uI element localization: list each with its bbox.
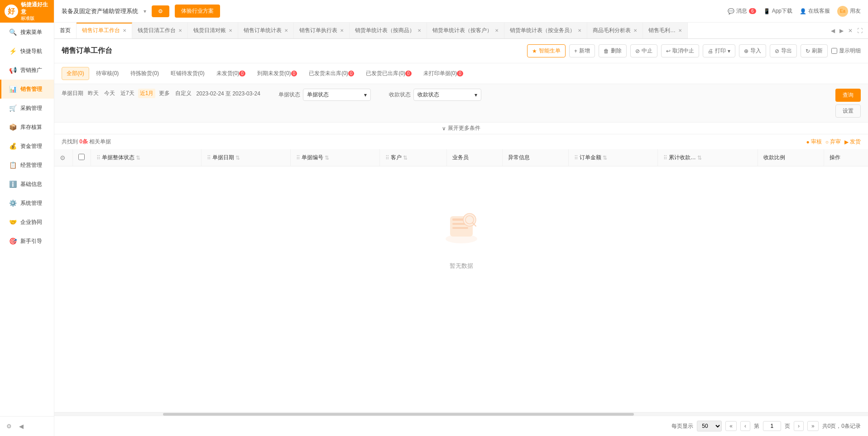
tab-close-all-btn[interactable]: ✕	[846, 26, 854, 36]
page-first-btn[interactable]: «	[725, 421, 737, 431]
sidebar-item-采购管理[interactable]: 🛒采购管理	[0, 99, 54, 118]
tab-maximize-btn[interactable]: ⛶	[855, 26, 864, 36]
tab-close-icon[interactable]: ✕	[495, 28, 499, 33]
sidebar-item-企业协同[interactable]: 🤝企业协同	[0, 213, 54, 232]
tab-scroll-right-btn[interactable]: ▶	[838, 26, 845, 36]
tab-1[interactable]: 销售订单工作台✕	[77, 23, 132, 39]
date-option-自定义[interactable]: 自定义	[173, 89, 193, 98]
show-detail-label[interactable]: 显示明细	[831, 47, 861, 55]
tab-0[interactable]: 首页	[54, 23, 77, 39]
sidebar-item-新手引导[interactable]: 🎯新手引导	[0, 232, 54, 251]
subtab-0[interactable]: 全部(0)	[62, 67, 89, 80]
per-page-select[interactable]: 50 100 200	[697, 421, 722, 431]
select-all-checkbox[interactable]	[78, 154, 85, 160]
tab-close-icon[interactable]: ✕	[417, 28, 421, 33]
revoke-action-btn[interactable]: ○ 弃审	[825, 138, 841, 146]
sidebar-item-快捷导航[interactable]: ⚡快捷导航	[0, 42, 54, 61]
tab-4[interactable]: 销售订单统计表✕	[238, 23, 294, 39]
tab-7[interactable]: 销货单统计表（按客户）✕	[427, 23, 504, 39]
subtab-3[interactable]: 旺铺待发货(0)	[166, 67, 210, 80]
sidebar-item-库存核算[interactable]: 📦库存核算	[0, 118, 54, 137]
filter-set-btn[interactable]: 设置	[835, 104, 861, 118]
tab-close-icon[interactable]: ✕	[340, 28, 344, 33]
scrollbar-thumb[interactable]	[163, 413, 634, 416]
sort-status[interactable]: ⠿ 单据整体状态 ⇅	[96, 154, 196, 161]
sort-amount[interactable]: ⠿ 订单金额 ⇅	[574, 154, 652, 161]
subtab-4[interactable]: 未发货(0)0	[211, 67, 250, 80]
tab-scroll-left-btn[interactable]: ◀	[829, 26, 837, 36]
solution-btn[interactable]: 体验行业方案	[175, 5, 220, 18]
subtab-7[interactable]: 已发货已出库(0)0	[361, 67, 416, 80]
sidebar-item-基础信息[interactable]: ℹ️基础信息	[0, 175, 54, 194]
date-option-近7天[interactable]: 近7天	[119, 89, 136, 98]
delete-btn[interactable]: 🗑 删除	[599, 44, 627, 57]
user-menu-btn[interactable]: Ea 用友	[837, 6, 861, 17]
sort-cumulative[interactable]: ⠿ 累计收款… ⇅	[663, 154, 752, 161]
sort-number-icon: ⇅	[325, 155, 329, 161]
tab-6[interactable]: 销货单统计表（按商品）✕	[350, 23, 427, 39]
sort-customer[interactable]: ⠿ 客户 ⇅	[385, 154, 441, 161]
subtab-8[interactable]: 未打印单据(0)0	[418, 67, 468, 80]
tab-5[interactable]: 销售订单执行表✕	[294, 23, 350, 39]
payment-select[interactable]: 收款状态 ▾	[413, 89, 481, 101]
table-action-btns: ● 审核 ○ 弃审 ▶ 发货	[806, 138, 861, 146]
refresh-btn[interactable]: ↻ 刷新	[801, 44, 828, 57]
ship-action-btn[interactable]: ▶ 发货	[844, 138, 861, 146]
tab-close-icon[interactable]: ✕	[578, 28, 581, 33]
sidebar-item-label: 营销推广	[20, 66, 42, 74]
subtab-2[interactable]: 待拣验货(0)	[125, 67, 164, 80]
tab-close-icon[interactable]: ✕	[229, 28, 232, 33]
column-settings-icon[interactable]: ⚙	[60, 154, 66, 161]
tab-close-icon[interactable]: ✕	[678, 28, 682, 33]
show-detail-checkbox[interactable]	[831, 48, 837, 54]
subtab-5[interactable]: 到期未发货(0)0	[252, 67, 302, 80]
export-btn[interactable]: ⊘ 导出	[770, 44, 797, 57]
horizontal-scrollbar[interactable]	[54, 412, 868, 416]
subtab-alert-badge: 0	[239, 71, 245, 76]
print-btn[interactable]: 🖨 打印 ▾	[703, 44, 735, 57]
sidebar-item-搜索菜单[interactable]: 🔍搜索菜单	[0, 23, 54, 42]
sidebar-item-资金管理[interactable]: 💰资金管理	[0, 137, 54, 156]
settings-bottom-btn[interactable]: ⚙	[5, 421, 14, 431]
query-btn[interactable]: 查询	[835, 89, 861, 102]
expand-filter-btn[interactable]: ∨ 展开更多条件	[442, 124, 480, 132]
collapse-btn[interactable]: ◀	[17, 421, 25, 431]
subtab-1[interactable]: 待审核(0)	[91, 67, 124, 80]
page-next-btn[interactable]: ›	[794, 421, 804, 431]
sidebar-item-系统管理[interactable]: ⚙️系统管理	[0, 194, 54, 213]
tab-close-icon[interactable]: ✕	[123, 28, 126, 33]
sidebar-item-营销推广[interactable]: 📢营销推广	[0, 61, 54, 80]
page-prev-btn[interactable]: ‹	[740, 421, 750, 431]
stop-btn[interactable]: ⊘ 中止	[630, 44, 657, 57]
message-btn[interactable]: 💬 消息 6	[728, 7, 756, 15]
tab-close-icon[interactable]: ✕	[284, 28, 288, 33]
sort-number[interactable]: ⠿ 单据编号 ⇅	[296, 154, 374, 161]
tab-3[interactable]: 钱货日清对账✕	[188, 23, 238, 39]
add-btn[interactable]: + 新增	[569, 44, 595, 57]
status-select[interactable]: 单据状态 ▾	[303, 89, 371, 101]
import-btn[interactable]: ⊕ 导入	[739, 44, 766, 57]
date-option-近1月[interactable]: 近1月	[138, 89, 156, 98]
app-download-btn[interactable]: 📱 App下载	[763, 7, 792, 15]
sort-date[interactable]: ⠿ 单据日期 ⇅	[207, 154, 285, 161]
tab-close-icon[interactable]: ✕	[178, 28, 182, 33]
smart-generate-btn[interactable]: ★ 智能生单	[527, 44, 566, 57]
online-service-btn[interactable]: 👤 在线客服	[800, 7, 830, 15]
tab-close-icon[interactable]: ✕	[633, 28, 637, 33]
audit-action-btn[interactable]: ● 审核	[806, 138, 822, 146]
tab-2[interactable]: 钱货日清工作台✕	[132, 23, 188, 39]
tab-8[interactable]: 销货单统计表（按业务员）✕	[504, 23, 587, 39]
cancel-stop-btn[interactable]: ↩ 取消中止	[661, 44, 699, 57]
settings-btn[interactable]: ⚙	[152, 5, 169, 17]
page-input[interactable]	[763, 421, 781, 431]
date-option-更多[interactable]: 更多	[157, 89, 172, 98]
tab-10[interactable]: 销售毛利…✕	[643, 23, 688, 39]
page-last-btn[interactable]: »	[807, 421, 819, 431]
sidebar-item-经营管理[interactable]: 📋经营管理	[0, 156, 54, 175]
subtab-6[interactable]: 已发货未出库(0)0	[304, 67, 359, 80]
tab-9[interactable]: 商品毛利分析表✕	[587, 23, 643, 39]
topbar-dropdown-icon[interactable]: ▾	[144, 8, 146, 14]
date-option-昨天[interactable]: 昨天	[86, 89, 101, 98]
date-option-今天[interactable]: 今天	[102, 89, 117, 98]
sidebar-item-销售管理[interactable]: 📊销售管理	[0, 80, 54, 99]
